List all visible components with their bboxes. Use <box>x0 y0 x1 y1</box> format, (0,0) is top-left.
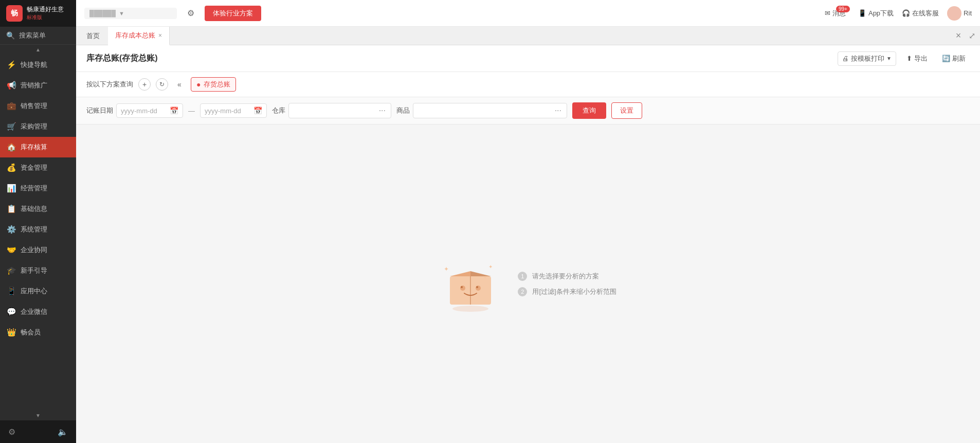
panel-close-btn[interactable]: × <box>951 29 966 43</box>
panel-actions: 🖨 按模板打印 ▼ ⬆ 导出 🔄 刷新 <box>838 51 970 66</box>
logo-text: 畅康通好生意 标准版 <box>27 6 64 21</box>
topbar-settings-btn[interactable]: ⚙ <box>183 6 198 21</box>
message-btn[interactable]: ✉ 消息 99+ <box>825 9 846 18</box>
tip-num-2: 2 <box>518 287 527 296</box>
filter-add-btn[interactable]: + <box>138 78 151 91</box>
support-icon: 🎧 <box>902 9 910 17</box>
sidebar-item-shortcut[interactable]: ⚡ 快捷导航 <box>0 55 76 75</box>
sidebar-item-sales[interactable]: 💼 销售管理 <box>0 96 76 116</box>
sidebar-item-operations[interactable]: 📊 经营管理 <box>0 178 76 199</box>
empty-tip-1: 1 请先选择要分析的方案 <box>518 272 616 281</box>
date-label: 记账日期 <box>86 106 113 115</box>
sidebar-item-purchase[interactable]: 🛒 采购管理 <box>0 116 76 137</box>
user-avatar-area[interactable]: Rit <box>947 6 972 21</box>
svg-point-4 <box>476 286 481 291</box>
sidebar-search[interactable]: 🔍 搜索菜单 <box>0 27 76 45</box>
tab-home[interactable]: 首页 <box>78 31 108 41</box>
svg-text:✦: ✦ <box>483 275 487 280</box>
panel-expand-btn[interactable]: ⤢ <box>966 30 978 42</box>
inventory-icon: 🏠 <box>6 143 16 152</box>
industry-btn[interactable]: 体验行业方案 <box>205 6 261 21</box>
filter-scheme-label: 按以下方案查询 <box>86 80 133 89</box>
empty-state-inner: ✦ ✦ ✦ 1 请先选择要分析的方案 2 用[过滤]条件来缩小分析范围 <box>440 253 616 315</box>
apps-icon: 📱 <box>6 287 16 296</box>
topbar-search[interactable]: ██████ ▼ <box>84 8 177 19</box>
content-area: ✦ ✦ ✦ 1 请先选择要分析的方案 2 用[过滤]条件来缩小分析范围 <box>76 125 980 443</box>
system-icon: ⚙️ <box>6 225 16 234</box>
tab-inventory-ledger[interactable]: 库存成本总账 × <box>108 27 170 45</box>
sidebar-item-enterprise[interactable]: 🤝 企业协同 <box>0 240 76 260</box>
warehouse-filter-field: 仓库 ··· <box>272 103 391 118</box>
svg-point-6 <box>476 286 478 288</box>
sidebar-item-finance[interactable]: 💰 资金管理 <box>0 157 76 178</box>
export-btn[interactable]: ⬆ 导出 <box>902 52 932 65</box>
empty-icon: ✦ ✦ ✦ <box>440 253 501 315</box>
goods-input[interactable]: ··· <box>413 103 567 118</box>
date-to-placeholder: yyyy-mm-dd <box>205 107 251 115</box>
main-content: ██████ ▼ ⚙ 体验行业方案 ✉ 消息 99+ 📱 App下载 🎧 在线客… <box>76 0 980 443</box>
warehouse-more-icon[interactable]: ··· <box>379 106 386 115</box>
goods-more-icon[interactable]: ··· <box>555 106 561 115</box>
sidebar-item-basic[interactable]: 📋 基础信息 <box>0 199 76 219</box>
wechat-icon: 💬 <box>6 307 16 316</box>
goods-filter-field: 商品 ··· <box>396 103 567 118</box>
date-from-input[interactable]: yyyy-mm-dd 📅 <box>116 103 183 118</box>
svg-point-0 <box>452 306 488 312</box>
date-filter-field: 记账日期 yyyy-mm-dd 📅 — yyyy-mm-dd 📅 <box>86 103 267 118</box>
svg-text:✦: ✦ <box>444 265 449 273</box>
tip-text-1: 请先选择要分析的方案 <box>532 272 599 281</box>
tip-num-1: 1 <box>518 272 527 281</box>
sidebar-scroll-up[interactable]: ▲ <box>0 45 76 55</box>
filter-scheme-item[interactable]: ● 存货总账 <box>191 77 236 92</box>
svg-text:✦: ✦ <box>488 264 493 270</box>
scheme-icon: ● <box>196 80 201 88</box>
filter-scheme-bar: 按以下方案查询 + ↺ « ● 存货总账 <box>76 72 980 97</box>
print-dropdown-icon: ▼ <box>886 56 892 61</box>
goods-label: 商品 <box>396 106 410 115</box>
print-icon: 🖨 <box>842 55 849 62</box>
warehouse-input[interactable]: ··· <box>288 103 391 118</box>
panel-header: 库存总账(存货总账) 🖨 按模板打印 ▼ ⬆ 导出 🔄 刷新 <box>76 45 980 72</box>
sidebar-scroll-down[interactable]: ▼ <box>0 411 76 420</box>
sidebar-item-apps[interactable]: 📱 应用中心 <box>0 281 76 302</box>
sidebar-logo: 畅 畅康通好生意 标准版 <box>0 0 76 27</box>
message-icon: ✉ <box>825 9 830 17</box>
tab-close-icon[interactable]: × <box>158 32 162 39</box>
tab-label: 库存成本总账 <box>115 31 155 40</box>
sidebar-item-marketing[interactable]: 📢 营销推广 <box>0 75 76 96</box>
sidebar-item-system[interactable]: ⚙️ 系统管理 <box>0 219 76 240</box>
sidebar-footer: ⚙ 🔈 <box>0 420 76 443</box>
sidebar-item-wechat[interactable]: 💬 企业微信 <box>0 302 76 322</box>
app-download-icon: 📱 <box>858 9 866 17</box>
date-separator: — <box>186 107 197 115</box>
sidebar-nav: ⚡ 快捷导航 📢 营销推广 💼 销售管理 🛒 采购管理 🏠 库存核算 💰 资金管… <box>0 55 76 411</box>
print-btn[interactable]: 🖨 按模板打印 ▼ <box>838 51 896 66</box>
sound-footer-icon[interactable]: 🔈 <box>58 427 68 437</box>
online-support-btn[interactable]: 🎧 在线客服 <box>902 9 939 18</box>
date-from-placeholder: yyyy-mm-dd <box>121 107 168 115</box>
settings-footer-icon[interactable]: ⚙ <box>8 427 15 437</box>
filter-collapse-btn[interactable]: « <box>173 78 186 91</box>
scheme-name: 存货总账 <box>204 80 230 89</box>
calendar-to-icon[interactable]: 📅 <box>253 107 262 115</box>
date-to-input[interactable]: yyyy-mm-dd 📅 <box>200 103 267 118</box>
warehouse-label: 仓库 <box>272 106 285 115</box>
basic-icon: 📋 <box>6 204 16 214</box>
topbar-search-text: ██████ <box>89 10 116 17</box>
calendar-from-icon[interactable]: 📅 <box>170 107 178 115</box>
username: Rit <box>964 9 972 17</box>
sidebar-item-newbie[interactable]: 🎓 新手引导 <box>0 260 76 281</box>
app-download-btn[interactable]: 📱 App下载 <box>858 9 894 18</box>
logo-icon: 畅 <box>6 5 23 22</box>
operations-icon: 📊 <box>6 184 16 193</box>
sidebar-item-vip[interactable]: 👑 畅会员 <box>0 322 76 343</box>
vip-icon: 👑 <box>6 328 16 337</box>
sales-icon: 💼 <box>6 101 16 111</box>
query-btn[interactable]: 查询 <box>572 102 606 119</box>
filter-refresh-btn[interactable]: ↺ <box>156 78 168 91</box>
refresh-btn[interactable]: 🔄 刷新 <box>938 52 970 65</box>
sidebar-item-inventory[interactable]: 🏠 库存核算 <box>0 137 76 157</box>
empty-state: ✦ ✦ ✦ 1 请先选择要分析的方案 2 用[过滤]条件来缩小分析范围 <box>440 253 616 315</box>
settings-btn[interactable]: 设置 <box>611 102 642 119</box>
svg-point-3 <box>460 286 465 291</box>
